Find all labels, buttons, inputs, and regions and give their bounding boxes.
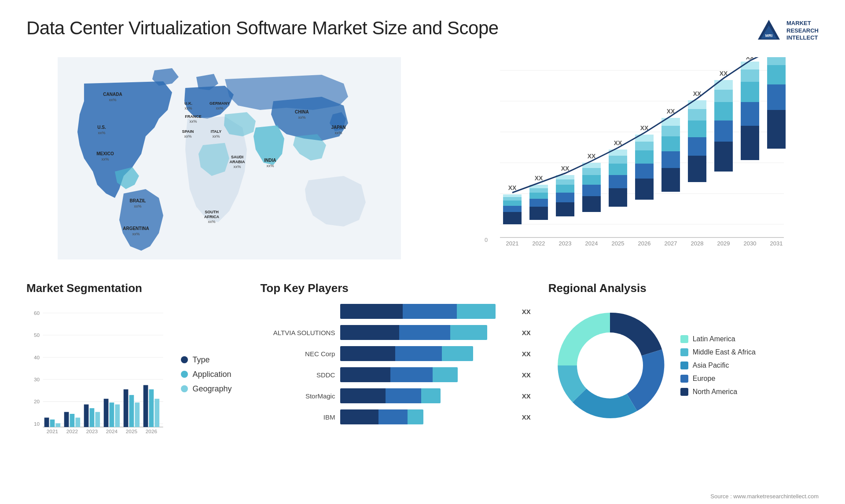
players-list: XX ALTVIA SOLUTIONS XX — [260, 304, 530, 424]
svg-text:AFRICA: AFRICA — [204, 215, 219, 219]
svg-rect-48 — [503, 194, 522, 197]
svg-text:50: 50 — [34, 332, 40, 338]
svg-text:ITALY: ITALY — [211, 129, 222, 134]
svg-rect-57 — [556, 193, 574, 202]
svg-rect-135 — [55, 423, 60, 427]
svg-rect-65 — [582, 168, 601, 175]
svg-rect-76 — [635, 150, 654, 164]
svg-text:xx%: xx% — [216, 106, 223, 110]
segmentation-panel: Market Segmentation 60 50 — [26, 281, 242, 449]
player-row-5: IBM XX — [260, 409, 530, 424]
player-name-5: IBM — [260, 413, 335, 421]
player-name-1: ALTVIA SOLUTIONS — [260, 329, 335, 336]
regional-wrapper: Latin America Middle East & Africa Asia … — [548, 304, 819, 427]
seg-chart-area: 60 50 40 30 20 10 — [26, 304, 168, 445]
key-players-panel: Top Key Players XX ALT — [260, 281, 530, 449]
svg-rect-104 — [767, 110, 786, 149]
svg-rect-134 — [50, 420, 55, 427]
reg-dot-na — [680, 388, 688, 396]
legend-dot-type — [181, 356, 188, 363]
world-map-svg: CANADA xx% U.S. xx% MEXICO xx% BRAZIL xx… — [26, 57, 432, 259]
svg-text:xx%: xx% — [233, 164, 241, 169]
svg-rect-144 — [115, 405, 120, 427]
svg-rect-107 — [767, 57, 786, 65]
svg-rect-74 — [635, 179, 654, 200]
reg-legend-na: North America — [680, 388, 756, 396]
svg-text:2024: 2024 — [585, 240, 598, 247]
svg-rect-75 — [635, 164, 654, 179]
svg-rect-141 — [95, 412, 100, 427]
svg-rect-133 — [44, 418, 49, 427]
logo-icon: MRI — [756, 18, 782, 44]
svg-rect-52 — [529, 193, 548, 199]
svg-rect-147 — [135, 402, 140, 427]
svg-rect-139 — [84, 405, 89, 427]
svg-text:XX: XX — [508, 184, 517, 191]
svg-rect-51 — [529, 199, 548, 207]
svg-text:xx%: xx% — [132, 232, 140, 236]
svg-text:ARGENTINA: ARGENTINA — [123, 226, 149, 231]
svg-rect-45 — [503, 206, 522, 212]
svg-text:2023: 2023 — [86, 428, 98, 434]
svg-rect-68 — [609, 188, 627, 207]
svg-text:2031: 2031 — [770, 240, 783, 247]
svg-text:MEXICO: MEXICO — [96, 151, 114, 156]
regional-title: Regional Analysis — [548, 281, 819, 295]
svg-rect-90 — [688, 100, 706, 109]
player-val-5: XX — [522, 413, 531, 421]
reg-legend-europe: Europe — [680, 375, 756, 383]
svg-rect-95 — [714, 90, 733, 102]
svg-rect-148 — [143, 385, 148, 427]
svg-point-157 — [577, 332, 643, 398]
source-text: Source : www.marketresearchintellect.com — [710, 493, 819, 500]
segmentation-title: Market Segmentation — [26, 281, 242, 295]
logo-text: MARKET RESEARCH INTELLECT — [786, 20, 819, 42]
reg-dot-mea — [680, 348, 688, 356]
player-row-0: XX — [260, 304, 530, 319]
seg-legend: Type Application Geography — [181, 355, 242, 394]
svg-text:2030: 2030 — [743, 240, 756, 247]
player-bar-container-2 — [340, 346, 513, 361]
svg-rect-44 — [503, 212, 522, 224]
svg-text:xx%: xx% — [101, 157, 109, 161]
player-bar-container-0 — [340, 304, 513, 319]
svg-text:CANADA: CANADA — [103, 92, 122, 97]
player-row-3: SDDC XX — [260, 367, 530, 382]
svg-rect-96 — [714, 80, 733, 90]
legend-item-application: Application — [181, 370, 242, 379]
svg-rect-69 — [609, 175, 627, 188]
svg-text:2024: 2024 — [106, 428, 118, 434]
legend-dot-application — [181, 371, 188, 378]
svg-text:60: 60 — [34, 310, 40, 316]
reg-legend-apac: Asia Pacific — [680, 362, 756, 369]
svg-text:2029: 2029 — [717, 240, 730, 247]
svg-rect-89 — [688, 109, 706, 121]
svg-text:10: 10 — [34, 421, 40, 427]
logo-container: MRI MARKET RESEARCH INTELLECT — [756, 18, 819, 44]
svg-text:ARABIA: ARABIA — [229, 160, 245, 164]
svg-text:CHINA: CHINA — [295, 110, 309, 114]
svg-rect-145 — [124, 389, 129, 427]
svg-rect-92 — [714, 142, 733, 172]
svg-rect-78 — [635, 135, 654, 142]
svg-text:MRI: MRI — [765, 33, 773, 38]
svg-text:xx%: xx% — [212, 134, 220, 139]
svg-rect-101 — [741, 69, 759, 82]
svg-text:40: 40 — [34, 354, 40, 360]
bar-chart-container: 0 XX — [450, 57, 819, 259]
key-players-title: Top Key Players — [260, 281, 530, 295]
svg-rect-88 — [688, 121, 706, 137]
svg-rect-150 — [154, 399, 159, 427]
svg-text:BRAZIL: BRAZIL — [130, 198, 146, 203]
svg-rect-140 — [90, 408, 95, 427]
header: Data Center Virtualization Software Mark… — [26, 18, 819, 44]
svg-text:2028: 2028 — [691, 240, 703, 247]
svg-text:SAUDI: SAUDI — [231, 155, 243, 159]
svg-rect-146 — [129, 395, 134, 427]
svg-rect-143 — [110, 402, 114, 427]
svg-rect-81 — [661, 151, 680, 168]
svg-rect-105 — [767, 84, 786, 110]
svg-rect-138 — [75, 418, 80, 427]
svg-rect-62 — [582, 196, 601, 212]
player-bar-container-5 — [340, 409, 513, 424]
